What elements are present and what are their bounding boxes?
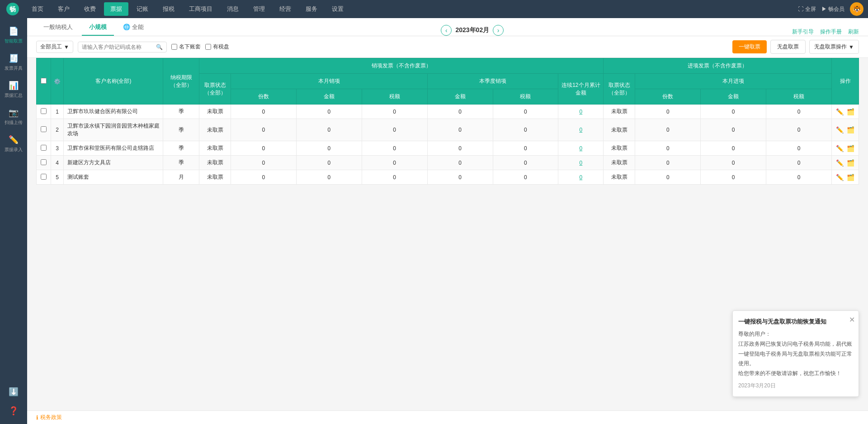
row-sales-status: 未取票	[199, 141, 231, 156]
view-icon[interactable]: 🗂️	[847, 174, 854, 181]
sidebar-bottom: ⬇️ ❓	[7, 383, 20, 419]
sidebar-item-help[interactable]: ❓	[7, 402, 20, 419]
view-icon[interactable]: 🗂️	[847, 126, 854, 133]
row-sales-month-qty: 0	[231, 170, 297, 185]
my-accounts-checkbox-label[interactable]: 名下账套	[171, 43, 201, 51]
notification-close-btn[interactable]: ✕	[849, 314, 855, 327]
user-avatar[interactable]: 🐯	[850, 2, 863, 16]
row-sales-12month: 0	[558, 170, 604, 185]
member-btn[interactable]: ▶ 畅会员	[821, 5, 844, 13]
has-tax-disk-checkbox[interactable]	[205, 44, 211, 50]
th-settings: ⚙️	[51, 58, 64, 105]
nav-settings[interactable]: 设置	[326, 2, 350, 16]
nav-service[interactable]: 服务	[299, 2, 324, 16]
edit-icon[interactable]: ✏️	[836, 108, 844, 115]
sidebar-item-smart-invoice-label: 智能取票	[5, 38, 23, 44]
row-sales-month-amount: 0	[296, 170, 362, 185]
row-select[interactable]	[37, 141, 51, 156]
nav-fee[interactable]: 收费	[78, 2, 102, 16]
sidebar-item-issue-invoice[interactable]: 🧾 发票开具	[0, 50, 27, 75]
my-accounts-checkbox[interactable]	[171, 44, 177, 50]
row-no: 2	[51, 119, 64, 141]
row-select[interactable]	[37, 119, 51, 141]
row-sales-month-tax: 0	[362, 156, 427, 170]
nav-tax[interactable]: 报税	[156, 2, 181, 16]
fullscreen-btn[interactable]: ⛶ 全屏	[798, 5, 816, 13]
nav-business[interactable]: 工商项目	[183, 2, 219, 16]
period-nav: ‹ 2023年02月 ›	[441, 25, 504, 36]
sidebar-item-invoice-summary[interactable]: 📊 票据汇总	[0, 77, 27, 102]
tax-policy-link[interactable]: ℹ 税务政策	[36, 414, 62, 421]
period-prev-btn[interactable]: ‹	[441, 25, 452, 36]
row-customer: 卫辉市保和堂医药有限公司走辖路店	[64, 141, 163, 156]
edit-icon[interactable]: ✏️	[836, 174, 844, 181]
view-icon[interactable]: 🗂️	[847, 108, 854, 115]
row-period: 月	[163, 170, 199, 185]
issue-invoice-icon: 🧾	[9, 53, 19, 63]
sidebar-item-smart-invoice[interactable]: 📄 智能取票	[0, 23, 27, 48]
th-tax-period: 纳税期限（全部）	[163, 58, 199, 105]
view-icon[interactable]: 🗂️	[847, 145, 854, 152]
th-purchase-group: 进项发票（不含作废票）	[604, 58, 832, 74]
row-sales-month-amount: 0	[296, 119, 362, 141]
nav-customer[interactable]: 客户	[52, 2, 76, 16]
select-all-checkbox[interactable]	[41, 78, 47, 84]
manual-btn[interactable]: 操作手册	[820, 28, 842, 36]
customer-search-input[interactable]	[82, 44, 154, 50]
row-purchase-month-qty: 0	[635, 141, 701, 156]
th-sales-status: 取票状态（全部）	[199, 74, 231, 105]
employee-filter[interactable]: 全部员工 ▼	[36, 41, 73, 53]
new-guide-btn[interactable]: 新手引导	[792, 28, 814, 36]
sidebar-item-invoice-entry[interactable]: ✏️ 票据录入	[0, 131, 27, 157]
tabs-bar: 一般纳税人 小规模 🌐 全能 ‹ 2023年02月 › 新手引导 操作手册 刷新	[27, 18, 868, 36]
row-customer: 测试账套	[64, 170, 163, 185]
scan-upload-icon: 📷	[9, 108, 19, 118]
nav-bookkeeping[interactable]: 记账	[130, 2, 155, 16]
row-sales-status: 未取票	[199, 105, 231, 119]
row-purchase-month-amount: 0	[701, 141, 766, 156]
sidebar-item-download[interactable]: ⬇️	[7, 383, 20, 400]
top-nav: 畅 首页 客户 收费 票据 记账 报税 工商项目 消息 管理 经营 服务 设置 …	[0, 0, 868, 18]
tab-all[interactable]: 🌐 全能	[116, 19, 151, 36]
nav-operation[interactable]: 经营	[273, 2, 297, 16]
toolbar-right: 一键取票 无盘取票 无盘取票操作 ▼	[732, 40, 859, 54]
row-select[interactable]	[37, 170, 51, 185]
th-sales-quarter: 本季度销项	[427, 74, 558, 89]
nav-home[interactable]: 首页	[25, 2, 50, 16]
tab-general-taxpayer[interactable]: 一般纳税人	[36, 19, 80, 36]
nav-message[interactable]: 消息	[221, 2, 245, 16]
row-sales-status: 未取票	[199, 119, 231, 141]
view-icon[interactable]: 🗂️	[847, 159, 854, 167]
has-tax-disk-checkbox-label[interactable]: 有税盘	[205, 43, 229, 51]
row-select[interactable]	[37, 156, 51, 170]
row-no: 5	[51, 170, 64, 185]
table-row: 2 卫辉市汲水镇下园润音园营木种植家庭农场 季 未取票 0 0 0 0 0 0 …	[37, 119, 859, 141]
refresh-btn[interactable]: 刷新	[848, 28, 859, 36]
app-logo[interactable]: 畅	[5, 1, 21, 17]
notification-date: 2023年3月20日	[738, 381, 853, 391]
row-sales-12month: 0	[558, 105, 604, 119]
no-disk-op-btn[interactable]: 无盘取票操作 ▼	[809, 40, 859, 54]
edit-icon[interactable]: ✏️	[836, 145, 844, 152]
employee-filter-label: 全部员工	[40, 43, 62, 51]
period-next-btn[interactable]: ›	[493, 25, 504, 36]
tab-actions: 新手引导 操作手册 刷新	[792, 28, 859, 36]
nav-invoice[interactable]: 票据	[104, 2, 128, 16]
edit-icon[interactable]: ✏️	[836, 159, 844, 167]
one-click-btn[interactable]: 一键取票	[732, 40, 767, 53]
table-row: 4 新建区方方文具店 季 未取票 0 0 0 0 0 0 未取票 0 0 0 ✏…	[37, 156, 859, 170]
th-sales-quarter-amount: 金额	[427, 89, 493, 105]
edit-icon[interactable]: ✏️	[836, 126, 844, 133]
row-purchase-status: 未取票	[604, 105, 635, 119]
bottom-bar: ℹ 税务政策	[27, 410, 868, 424]
search-icon[interactable]: 🔍	[156, 44, 163, 50]
no-disk-btn[interactable]: 无盘取票	[770, 40, 806, 54]
row-sales-quarter-amount: 0	[427, 119, 493, 141]
nav-manage[interactable]: 管理	[247, 2, 271, 16]
sidebar-item-scan-upload[interactable]: 📷 扫描上传	[0, 104, 27, 129]
row-sales-month-tax: 0	[362, 170, 427, 185]
row-purchase-month-qty: 0	[635, 119, 701, 141]
row-sales-month-amount: 0	[296, 156, 362, 170]
tab-small-scale[interactable]: 小规模	[82, 19, 114, 36]
row-select[interactable]	[37, 105, 51, 119]
